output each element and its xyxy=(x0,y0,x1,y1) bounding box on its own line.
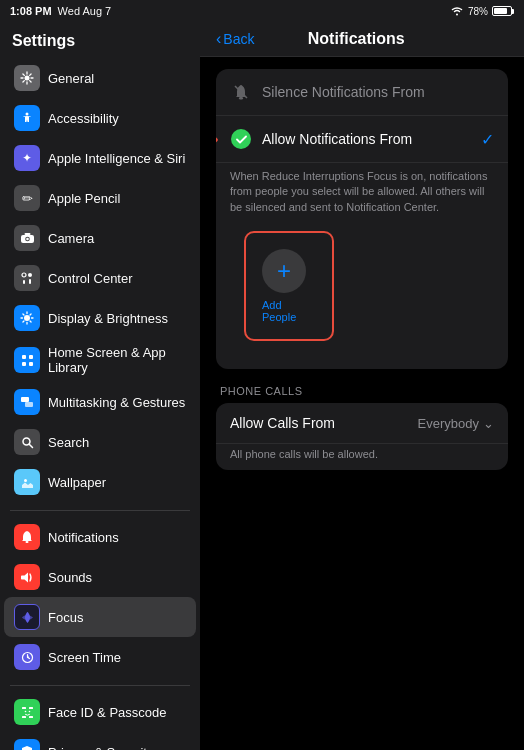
sidebar-item-notifications[interactable]: Notifications xyxy=(4,517,196,557)
svg-point-0 xyxy=(25,76,30,81)
sidebar-item-label-camera: Camera xyxy=(48,231,94,246)
sidebar-title: Settings xyxy=(0,22,200,58)
sidebar-item-label-home-screen: Home Screen & App Library xyxy=(48,345,186,375)
sidebar-item-label-privacy: Privacy & Security xyxy=(48,745,153,751)
sidebar-item-focus[interactable]: Focus xyxy=(4,597,196,637)
svg-rect-13 xyxy=(22,362,26,366)
allow-notifications-label: Allow Notifications From xyxy=(262,131,481,147)
svg-point-4 xyxy=(26,238,29,241)
svg-point-10 xyxy=(24,315,30,321)
svg-point-7 xyxy=(28,273,32,277)
allow-icon xyxy=(230,128,252,150)
sidebar-group-1: General Accessibility ✦ Apple Intelligen… xyxy=(0,58,200,502)
sidebar-item-label-screen-time: Screen Time xyxy=(48,650,121,665)
focus-description: When Reduce Interruptions Focus is on, n… xyxy=(216,163,508,225)
battery-percentage: 78% xyxy=(468,6,488,17)
display-brightness-icon xyxy=(14,305,40,331)
back-chevron-icon: ‹ xyxy=(216,30,221,48)
sidebar-item-label-sounds: Sounds xyxy=(48,570,92,585)
sidebar-item-search[interactable]: Search xyxy=(4,422,196,462)
sidebar-item-label-wallpaper: Wallpaper xyxy=(48,475,106,490)
general-icon xyxy=(14,65,40,91)
add-people-box[interactable]: + Add People xyxy=(244,231,334,341)
sidebar-item-label-notifications: Notifications xyxy=(48,530,119,545)
apple-pencil-icon: ✏ xyxy=(14,185,40,211)
allow-calls-row[interactable]: Allow Calls From Everybody ⌄ xyxy=(216,403,508,444)
add-people-label: Add People xyxy=(262,299,316,323)
sidebar-item-screen-time[interactable]: Screen Time xyxy=(4,637,196,677)
sidebar-item-label-apple-intelligence: Apple Intelligence & Siri xyxy=(48,151,185,166)
status-time: 1:08 PM xyxy=(10,5,52,17)
content-area: Silence Notifications From ➜ Allow Notif… xyxy=(200,57,524,750)
focus-icon xyxy=(14,604,40,630)
add-people-section: + Add People xyxy=(216,231,508,369)
sidebar-item-privacy[interactable]: Privacy & Security xyxy=(4,732,196,750)
svg-rect-24 xyxy=(22,716,26,718)
svg-rect-22 xyxy=(22,707,26,709)
sidebar-item-label-display: Display & Brightness xyxy=(48,311,168,326)
silence-notifications-label: Silence Notifications From xyxy=(262,84,494,100)
red-arrow-indicator: ➜ xyxy=(216,124,220,155)
sidebar: Settings General Accessibility ✦ Apple I… xyxy=(0,22,200,750)
home-screen-icon xyxy=(14,347,40,373)
apple-intelligence-icon: ✦ xyxy=(14,145,40,171)
sidebar-item-general[interactable]: General xyxy=(4,58,196,98)
allow-checkmark-icon: ✓ xyxy=(481,130,494,149)
sidebar-item-apple-intelligence[interactable]: ✦ Apple Intelligence & Siri xyxy=(4,138,196,178)
wallpaper-icon xyxy=(14,469,40,495)
phone-calls-section: PHONE CALLS Allow Calls From Everybody ⌄… xyxy=(216,381,508,470)
nav-back-label: Back xyxy=(223,31,254,47)
privacy-icon xyxy=(14,739,40,750)
svg-rect-15 xyxy=(21,397,29,402)
app-container: Settings General Accessibility ✦ Apple I… xyxy=(0,22,524,750)
chevron-down-icon: ⌄ xyxy=(483,416,494,431)
sidebar-group-3: Face ID & Passcode Privacy & Security xyxy=(0,692,200,750)
accessibility-icon xyxy=(14,105,40,131)
divider-2 xyxy=(10,685,190,686)
notifications-source-card: Silence Notifications From ➜ Allow Notif… xyxy=(216,69,508,369)
sidebar-item-home-screen[interactable]: Home Screen & App Library xyxy=(4,338,196,382)
status-bar: 1:08 PM Wed Aug 7 78% xyxy=(0,0,524,22)
phone-calls-header: PHONE CALLS xyxy=(216,381,508,403)
sidebar-item-display-brightness[interactable]: Display & Brightness xyxy=(4,298,196,338)
sounds-icon xyxy=(14,564,40,590)
status-date: Wed Aug 7 xyxy=(58,5,112,17)
screen-time-icon xyxy=(14,644,40,670)
sidebar-item-multitasking[interactable]: Multitasking & Gestures xyxy=(4,382,196,422)
svg-rect-16 xyxy=(25,402,33,407)
silence-notifications-row[interactable]: Silence Notifications From xyxy=(216,69,508,116)
sidebar-item-face-id[interactable]: Face ID & Passcode xyxy=(4,692,196,732)
svg-point-17 xyxy=(23,438,30,445)
sidebar-item-wallpaper[interactable]: Wallpaper xyxy=(4,462,196,502)
allow-notifications-row[interactable]: ➜ Allow Notifications From ✓ xyxy=(216,116,508,163)
sidebar-item-label-face-id: Face ID & Passcode xyxy=(48,705,167,720)
svg-point-1 xyxy=(26,113,29,116)
battery-icon xyxy=(492,6,514,16)
svg-point-6 xyxy=(22,273,26,277)
svg-rect-9 xyxy=(29,279,31,284)
svg-rect-20 xyxy=(26,541,29,543)
sidebar-item-control-center[interactable]: Control Center xyxy=(4,258,196,298)
face-id-icon xyxy=(14,699,40,725)
allow-calls-label: Allow Calls From xyxy=(230,415,418,431)
search-icon xyxy=(14,429,40,455)
sidebar-item-accessibility[interactable]: Accessibility xyxy=(4,98,196,138)
sidebar-item-camera[interactable]: Camera xyxy=(4,218,196,258)
silence-icon xyxy=(230,81,252,103)
notifications-icon xyxy=(14,524,40,550)
sidebar-item-apple-pencil[interactable]: ✏ Apple Pencil xyxy=(4,178,196,218)
phone-calls-info: All phone calls will be allowed. xyxy=(216,444,508,470)
sidebar-item-sounds[interactable]: Sounds xyxy=(4,557,196,597)
sidebar-item-label-control-center: Control Center xyxy=(48,271,133,286)
svg-point-26 xyxy=(24,710,26,712)
sidebar-group-2: Notifications Sounds Focus Screen Time xyxy=(0,517,200,677)
svg-rect-5 xyxy=(24,233,30,235)
nav-back-button[interactable]: ‹ Back xyxy=(216,30,254,48)
control-center-icon xyxy=(14,265,40,291)
svg-rect-11 xyxy=(22,355,26,359)
allow-calls-value[interactable]: Everybody ⌄ xyxy=(418,416,494,431)
add-people-button[interactable]: + xyxy=(262,249,306,293)
svg-rect-12 xyxy=(29,355,33,359)
svg-rect-23 xyxy=(29,707,33,709)
status-indicators: 78% xyxy=(450,6,514,17)
